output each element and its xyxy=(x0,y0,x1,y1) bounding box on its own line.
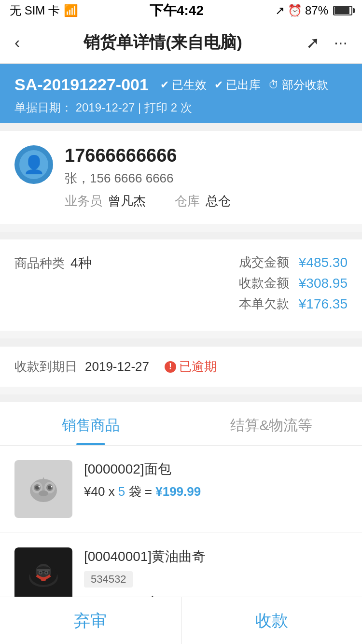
back-button[interactable]: ‹ xyxy=(14,33,20,52)
overdue-text: 已逾期 xyxy=(179,358,217,375)
customer-meta: 业务员 曾凡杰 仓库 总仓 xyxy=(65,193,348,210)
svg-rect-15 xyxy=(37,569,50,571)
price-base-1: ¥40 xyxy=(84,484,105,499)
share-icon[interactable]: ➚ xyxy=(306,33,320,52)
avatar-inner: 👤 xyxy=(19,150,48,179)
status-tag-partial: ⏱ 部分收款 xyxy=(268,77,328,93)
product-types-label: 商品种类 xyxy=(14,255,65,272)
trading-amount-row: 成交金额 ¥485.30 xyxy=(239,254,348,271)
product-item-1: [0000002]面包 ¥40 x 5 袋 = ¥199.99 xyxy=(0,446,362,533)
price-x-1: x xyxy=(109,484,118,499)
product-price-1: ¥40 x 5 袋 = ¥199.99 xyxy=(84,483,348,500)
person-icon: 👤 xyxy=(23,154,45,175)
equals-1: = xyxy=(145,484,155,499)
date-label: 单据日期： xyxy=(14,101,72,114)
carrier-text: 无 SIM 卡 xyxy=(10,3,60,18)
check-icon-2: ✔ xyxy=(214,79,223,91)
total-1: ¥199.99 xyxy=(155,484,201,499)
product-name-1: [0000002]面包 xyxy=(84,460,348,478)
confirm-button[interactable]: 收款 xyxy=(181,597,362,644)
cookie-icon xyxy=(24,557,63,596)
customer-info: 17666666666 张，156 6666 6666 业务员 曾凡杰 仓库 总… xyxy=(65,145,348,210)
svg-point-19 xyxy=(45,572,47,574)
overdue-icon: ! xyxy=(165,361,176,373)
product-thumb-1 xyxy=(14,460,72,518)
due-date-label: 收款到期日 xyxy=(14,358,77,375)
status-tag-effective: ✔ 已生效 xyxy=(160,77,207,93)
avatar: 👤 xyxy=(14,145,53,184)
product-types: 商品种类 4种 xyxy=(14,254,92,272)
alarm-icon: ⏰ xyxy=(288,4,302,17)
svg-point-7 xyxy=(39,490,48,496)
tab-settlement[interactable]: 结算&物流等 xyxy=(181,402,362,445)
clock-icon: ⏱ xyxy=(268,79,279,91)
received-amount-label: 收款金额 xyxy=(239,275,289,292)
battery-icon xyxy=(333,6,352,15)
customer-phone: 17666666666 xyxy=(65,145,348,166)
cancel-button[interactable]: 弃审 xyxy=(0,597,181,644)
product-name-2: [00040001]黄油曲奇 xyxy=(84,547,348,566)
debt-label: 本单欠款 xyxy=(239,295,289,312)
tab-settlement-label: 结算&物流等 xyxy=(230,417,312,433)
svg-point-18 xyxy=(40,572,42,574)
tab-sales-products[interactable]: 销售商品 xyxy=(0,402,181,445)
status-partial-label: 部分收款 xyxy=(282,77,328,93)
owl-icon xyxy=(27,472,60,506)
bottom-bar: 弃审 收款 xyxy=(0,597,362,644)
divider-3 xyxy=(0,338,362,346)
debt-value: ¥176.35 xyxy=(299,296,348,312)
order-date: 2019-12-27 xyxy=(76,101,135,114)
summary-section: 商品种类 4种 成交金额 ¥485.30 收款金额 ¥308.95 本单欠款 ¥… xyxy=(0,239,362,331)
warehouse-value: 总仓 xyxy=(206,193,231,210)
divider-2 xyxy=(0,232,362,239)
divider-4 xyxy=(0,394,362,402)
received-amount-row: 收款金额 ¥308.95 xyxy=(239,275,348,292)
product-info-1: [0000002]面包 ¥40 x 5 袋 = ¥199.99 xyxy=(84,460,348,518)
summary-left: 商品种类 4种 xyxy=(14,254,92,272)
overdue-badge: ! 已逾期 xyxy=(165,358,217,375)
trading-amount-value: ¥485.30 xyxy=(299,255,348,270)
product-sku-2: 534532 xyxy=(84,571,133,588)
status-right: ↗ ⏰ 87% xyxy=(275,4,352,17)
location-icon: ↗ xyxy=(275,4,285,17)
status-effective-label: 已生效 xyxy=(172,77,207,93)
warehouse-label: 仓库 xyxy=(175,193,200,210)
product-types-value: 4种 xyxy=(70,254,92,272)
customer-section: 👤 17666666666 张，156 6666 6666 业务员 曾凡杰 仓库… xyxy=(0,131,362,224)
check-icon-1: ✔ xyxy=(160,79,169,91)
status-time: 下午4:42 xyxy=(150,1,204,20)
svg-point-20 xyxy=(41,577,46,581)
status-bar: 无 SIM 卡 📶 下午4:42 ↗ ⏰ 87% xyxy=(0,0,362,21)
salesman-label: 业务员 xyxy=(65,193,102,210)
received-amount-value: ¥308.95 xyxy=(299,276,348,291)
confirm-label: 收款 xyxy=(255,610,288,632)
nav-actions: ➚ ··· xyxy=(306,33,348,52)
salesman-value: 曾凡杰 xyxy=(108,193,146,210)
header-band-sub: 单据日期： 2019-12-27 | 打印 2 次 xyxy=(14,100,348,115)
nav-bar: ‹ 销货单详情(来自电脑) ➚ ··· xyxy=(0,21,362,64)
qty-1: 5 xyxy=(118,484,125,499)
print-info: | 打印 2 次 xyxy=(138,101,192,114)
tabs-section: 销售商品 结算&物流等 xyxy=(0,402,362,446)
status-tag-shipped: ✔ 已出库 xyxy=(214,77,261,93)
svg-point-9 xyxy=(39,486,40,488)
salesman-meta: 业务员 曾凡杰 xyxy=(65,193,146,210)
warehouse-meta: 仓库 总仓 xyxy=(175,193,231,210)
due-date-value: 2019-12-27 xyxy=(85,359,149,374)
wifi-icon: 📶 xyxy=(64,4,78,17)
status-shipped-label: 已出库 xyxy=(226,77,261,93)
due-section: 收款到期日 2019-12-27 ! 已逾期 xyxy=(0,346,362,387)
header-band: SA-20191227-001 ✔ 已生效 ✔ 已出库 ⏱ 部分收款 单据日期：… xyxy=(0,64,362,123)
trading-amount-label: 成交金额 xyxy=(239,254,289,271)
thumb-owl-bg xyxy=(14,460,72,518)
more-icon[interactable]: ··· xyxy=(334,33,348,52)
unit-1: 袋 xyxy=(129,484,141,499)
header-band-top: SA-20191227-001 ✔ 已生效 ✔ 已出库 ⏱ 部分收款 xyxy=(14,75,348,94)
cancel-label: 弃审 xyxy=(74,610,107,632)
page-title: 销货单详情(来自电脑) xyxy=(84,31,242,54)
status-tags: ✔ 已生效 ✔ 已出库 ⏱ 部分收款 xyxy=(160,77,328,93)
order-id: SA-20191227-001 xyxy=(14,75,149,94)
debt-amount-row: 本单欠款 ¥176.35 xyxy=(239,295,348,312)
divider-1 xyxy=(0,123,362,131)
tab-sales-label: 销售商品 xyxy=(62,417,120,433)
